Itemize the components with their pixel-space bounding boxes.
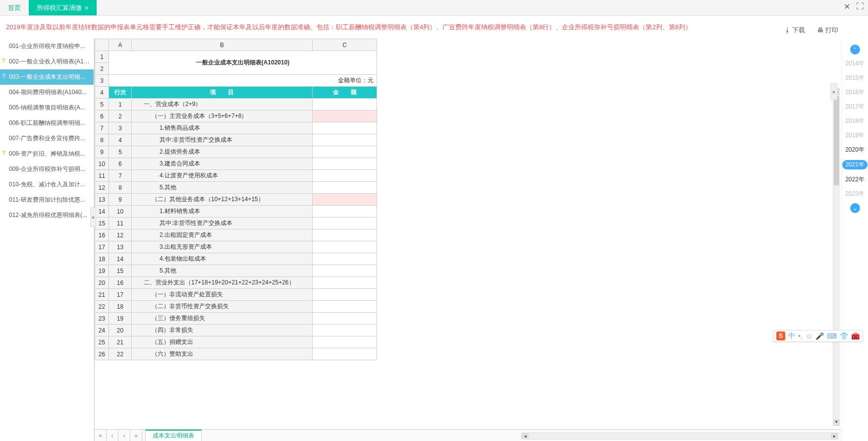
row-header[interactable]: 18: [95, 253, 109, 265]
year-2018年[interactable]: 2018年: [845, 117, 865, 125]
year-2020年[interactable]: 2020年: [845, 146, 865, 154]
sidebar-item-004[interactable]: 004-期间费用明细表(A1040...: [0, 85, 94, 100]
data-amount[interactable]: [313, 206, 377, 218]
row-header[interactable]: 8: [95, 134, 109, 146]
sidebar-item-003[interactable]: ?003-一般企业成本支出明细...: [0, 69, 94, 85]
year-2023年[interactable]: 2023年: [845, 190, 865, 198]
year-2022年[interactable]: 2022年: [845, 175, 865, 184]
data-amount[interactable]: [313, 336, 377, 348]
window-close-icon[interactable]: ✕: [844, 2, 850, 11]
ime-toolbar[interactable]: S 中 •, ☺ 🎤 ⌨ 👕 🧰: [773, 330, 863, 342]
data-amount[interactable]: [313, 158, 377, 170]
data-amount[interactable]: [313, 301, 377, 313]
year-2014年[interactable]: 2014年: [845, 59, 865, 68]
year-2019年[interactable]: 2019年: [845, 131, 865, 140]
year-2017年[interactable]: 2017年: [845, 103, 865, 111]
col-header-A[interactable]: A: [109, 39, 132, 51]
ime-keyboard-icon[interactable]: ⌨: [827, 332, 837, 340]
data-amount[interactable]: [313, 110, 377, 122]
row-header[interactable]: 21: [95, 289, 109, 301]
year-up-icon[interactable]: ⌃: [850, 45, 860, 55]
data-amount[interactable]: [313, 122, 377, 134]
data-amount[interactable]: [313, 194, 377, 206]
row-header[interactable]: 5: [95, 99, 109, 110]
scroll-thumb[interactable]: [834, 96, 839, 185]
tab-active[interactable]: 所得税汇算清缴 ×: [29, 0, 97, 15]
row-header[interactable]: 12: [95, 182, 109, 194]
sidebar-item-006[interactable]: 006-职工薪酬纳税调整明细...: [0, 115, 94, 131]
data-amount[interactable]: [313, 146, 377, 158]
ime-lang[interactable]: 中: [788, 331, 795, 340]
close-icon[interactable]: ×: [85, 4, 89, 12]
sidebar-collapse-icon[interactable]: «: [90, 207, 96, 227]
tab-home[interactable]: 首页: [0, 0, 29, 15]
sidebar-item-010[interactable]: 010-免税、减计收入及加计...: [0, 177, 94, 192]
data-amount[interactable]: [313, 348, 377, 360]
year-2016年[interactable]: 2016年: [845, 88, 865, 97]
sheet-tab[interactable]: 成本支出明细表: [145, 430, 202, 441]
sheet-nav-first-icon[interactable]: «: [95, 430, 107, 441]
row-header[interactable]: 25: [95, 336, 109, 348]
row-header[interactable]: 7: [95, 122, 109, 134]
sidebar-item-012[interactable]: 012-减免所得税优惠明细表(...: [0, 208, 94, 223]
row-header[interactable]: 13: [95, 194, 109, 206]
row-header[interactable]: 6: [95, 110, 109, 122]
data-amount[interactable]: [313, 241, 377, 253]
data-amount[interactable]: [313, 253, 377, 265]
year-down-icon[interactable]: ⌄: [850, 203, 860, 213]
data-amount[interactable]: [313, 277, 377, 289]
scroll-left-icon[interactable]: ◂: [522, 433, 529, 439]
scroll-right-icon[interactable]: ▸: [831, 433, 838, 439]
row-header[interactable]: 4: [95, 87, 109, 99]
print-button[interactable]: 🖶 打印: [817, 25, 838, 36]
row-header[interactable]: 23: [95, 313, 109, 325]
corner-cell[interactable]: [95, 39, 109, 51]
sheet-nav-last-icon[interactable]: »: [130, 430, 142, 441]
vertical-scrollbar[interactable]: ▴ ▾: [833, 88, 840, 426]
ime-voice-icon[interactable]: 🎤: [815, 332, 824, 340]
row-header[interactable]: 14: [95, 206, 109, 218]
data-amount[interactable]: [313, 325, 377, 336]
year-2015年[interactable]: 2015年: [845, 74, 865, 82]
sheet-nav-next-icon[interactable]: ›: [118, 430, 130, 441]
data-amount[interactable]: [313, 229, 377, 241]
sidebar-item-002[interactable]: ?002-一般企业收入明细表(A10...: [0, 54, 94, 69]
row-header[interactable]: 2: [95, 63, 109, 75]
col-header-B[interactable]: B: [132, 39, 313, 51]
year-2021年[interactable]: 2021年: [842, 160, 868, 169]
ime-toolbox-icon[interactable]: 🧰: [851, 332, 860, 340]
data-amount[interactable]: [313, 313, 377, 325]
fullscreen-icon[interactable]: ⛶: [856, 2, 864, 11]
panel-expand-icon[interactable]: »: [830, 83, 837, 100]
sidebar-item-007[interactable]: 007-广告费和业务宣传费跨...: [0, 131, 94, 146]
data-amount[interactable]: [313, 99, 377, 110]
row-header[interactable]: 10: [95, 158, 109, 170]
row-header[interactable]: 1: [95, 51, 109, 63]
ime-emoji-icon[interactable]: ☺: [806, 332, 813, 340]
ime-skin-icon[interactable]: 👕: [840, 332, 848, 340]
sidebar-item-001[interactable]: 001-企业所得税年度纳税申...: [0, 39, 94, 54]
row-header[interactable]: 22: [95, 301, 109, 313]
data-amount[interactable]: [313, 218, 377, 229]
row-header[interactable]: 20: [95, 277, 109, 289]
data-amount[interactable]: [313, 182, 377, 194]
row-header[interactable]: 11: [95, 170, 109, 182]
sidebar-item-011[interactable]: 011-研发费用加计扣除优惠...: [0, 192, 94, 208]
sidebar-item-005[interactable]: 005-纳税调整项目明细表(A...: [0, 100, 94, 115]
row-header[interactable]: 3: [95, 75, 109, 87]
row-header[interactable]: 26: [95, 348, 109, 360]
ime-punct-icon[interactable]: •,: [798, 332, 803, 340]
row-header[interactable]: 16: [95, 229, 109, 241]
row-header[interactable]: 24: [95, 325, 109, 336]
data-amount[interactable]: [313, 265, 377, 277]
row-header[interactable]: 15: [95, 218, 109, 229]
data-amount[interactable]: [313, 134, 377, 146]
sheet-nav-prev-icon[interactable]: ‹: [107, 430, 118, 441]
sidebar-item-009[interactable]: 009-企业所得税弥补亏损明...: [0, 162, 94, 177]
col-header-C[interactable]: C: [313, 39, 377, 51]
row-header[interactable]: 9: [95, 146, 109, 158]
download-button[interactable]: ⭳ 下载: [784, 25, 806, 36]
row-header[interactable]: 19: [95, 265, 109, 277]
horizontal-scrollbar[interactable]: ◂ ▸: [521, 433, 838, 440]
spreadsheet[interactable]: A B C 1 一般企业成本支出明细表(A102010) 2 3 金额单位：元: [95, 39, 377, 360]
